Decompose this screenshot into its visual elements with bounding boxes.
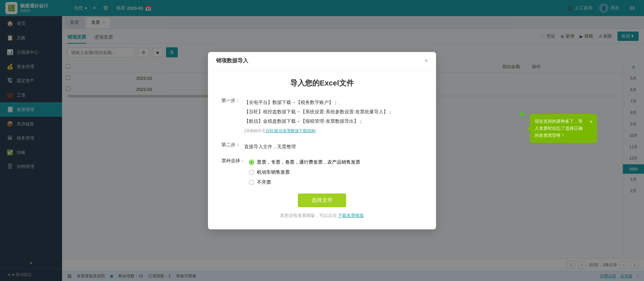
import-modal: 销项数据导入 × 导入您的Excel文件 第一步： 【全电平台】数据下载→【税务… <box>208 52 436 229</box>
ticket-selection: 票种选择： 普票，专票，卷票，通行费发票，农产品销售发票 机动车销售发票 不开票 <box>221 158 423 185</box>
modal-close-btn[interactable]: × <box>424 57 428 64</box>
step1-link: (详细操作见百旺/航信发票数据下载指南) <box>244 126 393 135</box>
step1: 第一步： 【全电平台】数据下载→【税务数字账户】； 【百旺】税控盘数据下载→【系… <box>221 98 423 135</box>
step1-line1: 【全电平台】数据下载→【税务数字账户】； <box>244 98 393 107</box>
download-template-link[interactable]: 下载发票模版 <box>338 213 364 218</box>
radio-label-1: 普票，专票，卷票，通行费发票，农产品销售发票 <box>257 159 360 165</box>
select-file-label: 选择文件 <box>311 197 333 203</box>
radio-circle-3 <box>249 180 254 185</box>
step1-content: 【全电平台】数据下载→【税务数字账户】； 【百旺】税控盘数据下载→【系统设置-系… <box>244 98 393 135</box>
tooltip-line <box>521 114 530 114</box>
radio-option-1[interactable]: 普票，专票，卷票，通行费发票，农产品销售发票 <box>249 159 360 165</box>
download-guide-link[interactable]: 百旺/航信发票数据下载指南 <box>266 128 315 133</box>
step2-content: 直接导入文件，无需整理 <box>244 142 296 151</box>
radio-group: 普票，专票，卷票，通行费发票，农产品销售发票 机动车销售发票 不开票 <box>249 159 360 185</box>
radio-circle-1 <box>249 160 254 165</box>
radio-option-2[interactable]: 机动车销售发票 <box>249 169 360 175</box>
step2-text: 直接导入文件，无需整理 <box>244 144 296 149</box>
modal-title: 销项数据导入 <box>216 57 248 64</box>
modal-footer: 若您没有发票模版，可以点击 下载发票模版 <box>221 213 423 219</box>
modal-overlay: 销项数据导入 × 导入您的Excel文件 第一步： 【全电平台】数据下载→【税务… <box>0 0 644 281</box>
modal-header: 销项数据导入 × <box>208 52 436 70</box>
modal-body: 导入您的Excel文件 第一步： 【全电平台】数据下载→【税务数字账户】； 【百… <box>208 70 436 229</box>
select-file-btn[interactable]: 选择文件 <box>298 193 346 207</box>
tooltip-text: 现在支持的票种多了，导入发票时别忘了选择正确的发票类型呀！ <box>535 119 583 138</box>
modal-main-title: 导入您的Excel文件 <box>221 78 423 88</box>
tooltip-close-btn[interactable]: × <box>590 118 592 125</box>
radio-label-2: 机动车销售发票 <box>257 169 290 175</box>
step2-label: 第二步： <box>221 142 240 151</box>
ticket-label: 票种选择： <box>221 158 245 185</box>
tooltip-popup: × 现在支持的票种多了，导入发票时别忘了选择正确的发票类型呀！ <box>530 114 597 143</box>
step1-line2: 【百旺】税控盘数据下载→【系统设置-系统参数设置-发票批量导入】； <box>244 107 393 116</box>
step2: 第二步： 直接导入文件，无需整理 <box>221 142 423 151</box>
radio-option-3[interactable]: 不开票 <box>249 179 360 185</box>
step1-line3: 【航信】金税盘数据下载→【报税管理-发票数据导出】； <box>244 116 393 126</box>
radio-circle-2 <box>249 170 254 175</box>
footer-text: 若您没有发票模版，可以点击 <box>280 213 337 218</box>
radio-label-3: 不开票 <box>257 179 271 185</box>
step1-label: 第一步： <box>221 98 240 135</box>
